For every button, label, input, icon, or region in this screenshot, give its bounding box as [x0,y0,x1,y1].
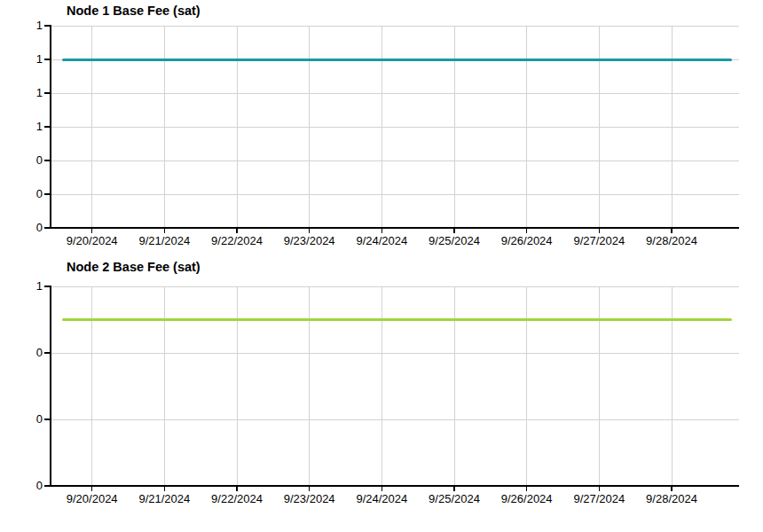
plot-area-node-2: 10009/20/20249/21/20249/22/20249/23/2024… [0,0,763,532]
y-axis-tick-label: 0 [16,413,43,426]
gridline-horizontal [51,286,740,287]
gridline-vertical [91,286,92,486]
y-axis-tick-label: 0 [16,480,43,492]
y-axis-tick-mark [44,286,51,287]
gridline-horizontal [51,419,740,420]
y-axis-line [50,286,51,487]
base-fee-charts-page: Node 1 Base Fee (sat) 11110009/20/20249/… [0,0,763,532]
x-axis-tick-label: 9/20/2024 [52,493,132,505]
gridline-horizontal [51,353,740,354]
gridline-vertical [164,286,165,486]
gridline-vertical [382,286,382,486]
x-axis-tick-mark [382,486,383,491]
y-axis-tick-label: 0 [16,347,43,359]
gridline-vertical [526,286,527,486]
y-axis-tick-mark [44,419,51,420]
y-axis-tick-mark [44,352,51,354]
x-axis-tick-label: 9/24/2024 [342,493,421,505]
x-axis-tick-label: 9/27/2024 [559,493,639,505]
x-axis-tick-mark [236,486,238,491]
x-axis-tick-mark [671,486,673,491]
x-axis-tick-mark [599,486,601,491]
x-axis-tick-label: 9/23/2024 [270,493,350,505]
x-axis-tick-label: 9/28/2024 [632,493,712,505]
x-axis-tick-label: 9/21/2024 [124,493,204,505]
x-axis-tick-mark [164,486,166,491]
y-axis-tick-label: 1 [16,280,43,293]
gridline-vertical [237,286,238,486]
x-axis-tick-mark [91,486,93,491]
gridline-vertical [309,286,310,486]
gridline-vertical [672,286,673,486]
x-axis-tick-label: 9/22/2024 [197,493,277,505]
gridline-vertical [599,286,600,486]
x-axis-line [50,485,739,487]
x-axis-tick-label: 9/25/2024 [414,493,494,505]
x-axis-tick-mark [309,486,311,491]
data-line-node-2-base-fee [62,318,732,321]
x-axis-tick-mark [526,486,528,491]
x-axis-tick-label: 9/26/2024 [487,493,567,505]
gridline-vertical [454,286,455,486]
x-axis-tick-mark [453,486,455,491]
y-axis-tick-mark [44,485,51,487]
